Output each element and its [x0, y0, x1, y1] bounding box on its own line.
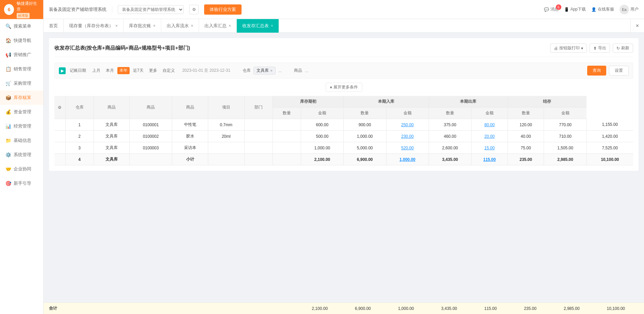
- tab-inventory-dist-close[interactable]: ×: [115, 23, 118, 28]
- tab-inventory-dist[interactable]: 现存量（库存分布表） ×: [64, 19, 123, 33]
- sidebar-item-guide[interactable]: 🎯 新手引导: [0, 176, 43, 191]
- user-area[interactable]: Ea 用户: [620, 5, 639, 14]
- cell-in-qty[interactable]: 250.00: [386, 119, 429, 131]
- tab-home[interactable]: 首页: [44, 19, 64, 33]
- sidebar: 6 畅捷通好生意 标准版 🔍 搜索菜单 🏠 快捷导航 📢 营销推广 📋 销售管理…: [0, 0, 44, 314]
- th-in: 本期入库: [344, 96, 429, 108]
- sidebar-item-purchase[interactable]: 🛒 采购管理: [0, 76, 43, 90]
- date-btn-more[interactable]: 更多: [147, 67, 159, 74]
- main-content: 收发存汇总表(按仓库+商品编码+商品+规格型号+项目+部门) 🖨 按钮版打印 ▾…: [44, 33, 644, 314]
- sidebar-item-marketing[interactable]: 📢 营销推广: [0, 48, 43, 62]
- cell-in-qty[interactable]: 520.00: [386, 142, 429, 154]
- tab-recv-send-close[interactable]: ×: [271, 23, 273, 28]
- warehouse-more[interactable]: ...: [278, 68, 282, 73]
- sidebar-item-label: 基础信息: [14, 137, 31, 144]
- cell-out-amt: 120.00: [508, 119, 544, 131]
- print-label: 按钮版打印: [559, 45, 580, 51]
- tab-flow-close[interactable]: ×: [191, 23, 193, 28]
- sidebar-item-system[interactable]: ⚙️ 系统管理: [0, 148, 43, 162]
- date-filter-label: 记账日期: [70, 68, 86, 73]
- date-btn-last-month[interactable]: 上月: [90, 67, 102, 74]
- cell-name: 中性笔: [172, 119, 208, 131]
- goods-more[interactable]: ...: [305, 68, 308, 73]
- th-in-qty: 数量: [344, 108, 386, 119]
- sidebar-item-inventory[interactable]: 📦 库存核算: [0, 90, 43, 105]
- cell-in-amt: 460.00: [429, 131, 471, 142]
- cell-bal-amt: 1,420.00: [587, 131, 633, 142]
- cell-warehouse: 文具库: [94, 131, 129, 142]
- th-spec: 商品: [172, 96, 208, 119]
- cell-out-qty[interactable]: 115.00: [472, 154, 508, 165]
- tab-flow[interactable]: 出入库流水 ×: [161, 19, 199, 33]
- user-avatar: Ea: [620, 5, 629, 14]
- cell-out-qty[interactable]: 15.00: [472, 142, 508, 154]
- sidebar-item-label: 新手引导: [14, 180, 31, 186]
- experience-btn[interactable]: 体验行业方案: [204, 4, 242, 15]
- footer-label: 合计: [49, 305, 57, 311]
- cell-in-amt: 2,600.00: [429, 142, 471, 154]
- sidebar-item-basicinfo[interactable]: 📁 基础信息: [0, 133, 43, 148]
- logo-title: 畅捷通好生意: [17, 1, 39, 12]
- print-btn[interactable]: 🖨 按钮版打印 ▾: [550, 44, 587, 53]
- cell-out-qty[interactable]: 80.00: [472, 119, 508, 131]
- cell-spec: 20ml: [208, 131, 244, 142]
- tab-recv-send[interactable]: 收发存汇总表 ×: [237, 19, 279, 33]
- warehouse-tag-close[interactable]: ×: [270, 68, 273, 73]
- topbar-divider: [112, 6, 112, 13]
- date-btn-this-year[interactable]: 本年: [117, 67, 130, 74]
- tab-summary-close[interactable]: ×: [229, 23, 231, 28]
- topbar-system-select[interactable]: 装备及固定资产辅助管理系统: [118, 5, 184, 14]
- cell-out-qty[interactable]: 20.00: [472, 131, 508, 142]
- sidebar-item-enterprise[interactable]: 🤝 企业协同: [0, 162, 43, 176]
- date-btn-7days[interactable]: 近7天: [131, 67, 146, 74]
- cell-no: 2: [65, 131, 94, 142]
- inventory-icon: 📦: [5, 95, 11, 100]
- refresh-btn[interactable]: ↻ 刷新: [613, 44, 633, 53]
- th-settings[interactable]: ⚙: [54, 96, 65, 119]
- filter-collapse-btn[interactable]: ▶: [59, 67, 66, 74]
- goods-label: 商品: [294, 68, 302, 73]
- topbar-gear-button[interactable]: ⚙: [189, 5, 199, 14]
- chevron-down-icon: ▾: [581, 46, 583, 51]
- sidebar-item-quick[interactable]: 🏠 快捷导航: [0, 33, 43, 48]
- marketing-icon: 📢: [5, 52, 11, 57]
- data-table: ⚙ 仓库 商品 商品 商品 项目 部门 库存期初 本期入库 本期出库 结存 数量: [54, 96, 633, 165]
- th-project: 项目: [208, 96, 244, 119]
- tab-batch[interactable]: 库存批次账 ×: [123, 19, 161, 33]
- sidebar-item-search[interactable]: 🔍 搜索菜单: [0, 19, 43, 33]
- expand-conditions-btn[interactable]: ▾ 展开更多条件: [326, 83, 362, 92]
- sidebar-item-sales[interactable]: 📋 销售管理: [0, 62, 43, 76]
- cell-out-amt: 40.00: [508, 131, 544, 142]
- query-button[interactable]: 查询: [587, 66, 606, 76]
- export-btn[interactable]: ⬆ 导出: [590, 44, 610, 53]
- th-bal-qty: 数量: [508, 108, 544, 119]
- th-open-qty: 数量: [273, 108, 301, 119]
- cell-spec: [208, 154, 244, 165]
- tab-inventory-dist-label: 现存量（库存分布表）: [69, 23, 113, 29]
- cell-out-amt: 235.00: [508, 154, 544, 165]
- th-warehouse: 仓库: [65, 96, 94, 119]
- cell-bal-qty: 1,505.00: [544, 142, 587, 154]
- cell-open-qty: 600.00: [301, 119, 344, 131]
- date-range-display: 2023-01-01 至 2023-12-31: [182, 68, 230, 73]
- cell-in-qty[interactable]: 230.00: [386, 131, 429, 142]
- sidebar-item-finance[interactable]: 💰 资金管理: [0, 105, 43, 119]
- setting-button[interactable]: 设置: [609, 66, 629, 76]
- sales-icon: 📋: [5, 66, 11, 72]
- row-gear: [54, 154, 65, 165]
- query-action-area: 查询 设置: [587, 66, 629, 76]
- enterprise-icon: 🤝: [5, 166, 11, 172]
- date-btn-custom[interactable]: 自定义: [161, 67, 177, 74]
- cell-project: [244, 131, 273, 142]
- tab-summary-label: 出入库汇总: [204, 23, 227, 29]
- tabs-close-all-button[interactable]: ×: [630, 19, 644, 33]
- tab-summary[interactable]: 出入库汇总 ×: [199, 19, 237, 33]
- date-btn-this-month[interactable]: 本月: [104, 67, 116, 74]
- cell-in-qty[interactable]: 1,000.00: [386, 154, 429, 165]
- message-button[interactable]: 💬 消息 6: [544, 6, 559, 12]
- sidebar-item-operation[interactable]: 📊 经营管理: [0, 119, 43, 133]
- online-service-button[interactable]: 👤 在线客服: [591, 6, 614, 12]
- warehouse-tag: 文具库 ×: [253, 67, 276, 75]
- app-download-button[interactable]: 📱 App下载: [564, 6, 586, 12]
- tab-batch-close[interactable]: ×: [153, 23, 155, 28]
